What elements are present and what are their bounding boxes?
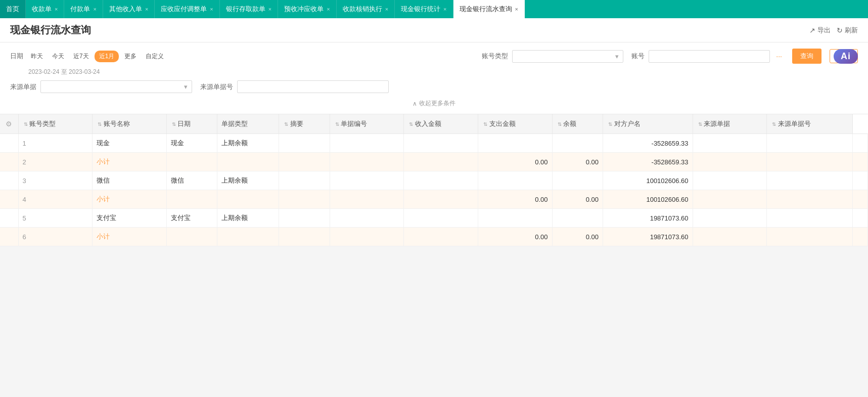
table-header-row: ⚙ ⇅ 账号类型 ⇅ 账号名称 ⇅ 日期 单据类型 ⇅ 摘要 [0, 114, 868, 134]
nav-tab-receipt-label: 收款单 [32, 5, 52, 14]
sort-icon: ⇅ [24, 121, 28, 127]
nav-tab-payment[interactable]: 付款单 × [64, 0, 103, 18]
table-header-account-type[interactable]: ⇅ 账号类型 [18, 114, 93, 134]
table-row[interactable]: 6小计0.000.0019871073.60 [0, 228, 868, 246]
date-btn-yesterday[interactable]: 昨天 [27, 51, 47, 62]
date-btn-7days[interactable]: 近7天 [70, 51, 93, 62]
nav-tab-receipt[interactable]: 收款单 × [26, 0, 64, 18]
table-header-balance[interactable]: ⇅ 余额 [552, 114, 603, 134]
account-filter: 账号 ··· [631, 50, 784, 63]
source-doc-num-input[interactable] [237, 80, 389, 93]
row-date [217, 228, 279, 246]
sort-icon-docno: ⇅ [335, 121, 339, 127]
table-row[interactable]: 5支付宝支付宝上期余额19871073.60 [0, 209, 868, 228]
sort-icon-summary: ⇅ [284, 121, 288, 127]
date-btn-custom[interactable]: 自定义 [142, 51, 167, 62]
nav-tab-bank-stats-close[interactable]: × [443, 6, 446, 12]
row-counterparty [693, 153, 767, 171]
table-header-counterparty[interactable]: ⇅ 对方户名 [603, 114, 693, 134]
table-header-doc-no[interactable]: ⇅ 单据编号 [330, 114, 404, 134]
account-label: 账号 [631, 52, 645, 61]
nav-tab-bank-flow-close[interactable]: × [515, 6, 518, 12]
table-container: ⚙ ⇅ 账号类型 ⇅ 账号名称 ⇅ 日期 单据类型 ⇅ 摘要 [0, 114, 868, 246]
row-account-type: 支付宝 [93, 209, 167, 228]
account-type-select[interactable]: ▾ [512, 50, 623, 63]
row-source-doc-no [852, 190, 867, 209]
row-account-name [166, 228, 217, 246]
header-actions: ↗ 导出 ↻ 刷新 [809, 26, 858, 35]
row-doc-type [279, 153, 330, 171]
chevron-down-icon: ▾ [615, 53, 619, 60]
nav-tab-verification-close[interactable]: × [385, 6, 388, 12]
row-doc-type [279, 190, 330, 209]
filter-row-2: 来源单据 ▾ 来源单据号 [10, 80, 858, 93]
date-btn-more[interactable]: 更多 [121, 51, 140, 62]
nav-tab-receipt-close[interactable]: × [55, 6, 58, 12]
nav-tab-verification[interactable]: 收款核销执行 × [337, 0, 395, 18]
row-date: 上期余额 [217, 171, 279, 190]
date-btn-1month[interactable]: 近1月 [95, 51, 119, 62]
account-ellipsis-button[interactable]: ··· [774, 51, 784, 61]
table-row[interactable]: 1现金现金上期余额-3528659.33 [0, 134, 868, 153]
nav-tab-adjustment-close[interactable]: × [210, 6, 213, 12]
table-row[interactable]: 4小计0.000.00100102606.60 [0, 190, 868, 209]
account-input[interactable] [649, 50, 770, 63]
nav-tab-bank-deposit[interactable]: 银行存取款单 × [220, 0, 278, 18]
top-navigation: 首页 收款单 × 付款单 × 其他收入单 × 应收应付调整单 × 银行存取款单 … [0, 0, 868, 18]
ai-assistant-button[interactable]: Ai [834, 49, 858, 64]
table-header-source-doc-no[interactable]: ⇅ 来源单据号 [767, 114, 853, 134]
row-date: 上期余额 [217, 209, 279, 228]
row-expense: 0.00 [552, 153, 603, 171]
row-date [217, 153, 279, 171]
table-header-account-name[interactable]: ⇅ 账号名称 [93, 114, 167, 134]
query-button[interactable]: 查询 [792, 49, 821, 64]
nav-tab-other-income-label: 其他收入单 [109, 5, 142, 14]
nav-tab-prepayment-label: 预收冲应收单 [284, 5, 324, 14]
table-row[interactable]: 2小计0.000.00-3528659.33 [0, 153, 868, 171]
table-header-income[interactable]: ⇅ 收入金额 [404, 114, 478, 134]
collapse-filter-bar[interactable]: ∧ 收起更多条件 [10, 97, 858, 108]
table-gear-icon[interactable]: ⚙ [6, 120, 12, 128]
nav-tab-bank-flow[interactable]: 现金银行流水查询 × [453, 0, 525, 18]
nav-tab-bank-deposit-close[interactable]: × [268, 6, 271, 12]
table-header-summary[interactable]: ⇅ 摘要 [279, 114, 330, 134]
export-icon: ↗ [809, 26, 815, 34]
row-doc-type [279, 228, 330, 246]
table-header-date[interactable]: ⇅ 日期 [166, 114, 217, 134]
nav-tab-other-income[interactable]: 其他收入单 × [103, 0, 155, 18]
table-header-source-doc[interactable]: ⇅ 来源单据 [693, 114, 767, 134]
row-account-name: 微信 [166, 171, 217, 190]
nav-tab-payment-close[interactable]: × [93, 6, 96, 12]
nav-tab-bank-stats[interactable]: 现金银行统计 × [395, 0, 453, 18]
row-doc-no [404, 190, 478, 209]
table-header-expense[interactable]: ⇅ 支出金额 [478, 114, 552, 134]
nav-tab-prepayment[interactable]: 预收冲应收单 × [278, 0, 336, 18]
refresh-icon: ↻ [837, 26, 843, 34]
row-source-doc [767, 228, 853, 246]
row-summary [330, 171, 404, 190]
export-button[interactable]: ↗ 导出 [809, 26, 831, 35]
row-expense [552, 209, 603, 228]
date-range-display: 2023-02-24 至 2023-03-24 [28, 68, 100, 75]
nav-tab-home[interactable]: 首页 [0, 0, 26, 18]
row-expense [552, 171, 603, 190]
source-doc-num-label: 来源单据号 [200, 82, 233, 92]
row-account-type: 小计 [93, 228, 167, 246]
source-doc-select[interactable]: ▾ [40, 80, 192, 93]
nav-tab-adjustment-label: 应收应付调整单 [161, 5, 207, 14]
date-label: 日期 [10, 52, 23, 61]
nav-tab-prepayment-close[interactable]: × [327, 6, 330, 12]
table-row[interactable]: 3微信微信上期余额100102606.60 [0, 171, 868, 190]
nav-tab-other-income-close[interactable]: × [145, 6, 148, 12]
row-counterparty [693, 171, 767, 190]
nav-tab-adjustment[interactable]: 应收应付调整单 × [155, 0, 219, 18]
refresh-button[interactable]: ↻ 刷新 [837, 26, 858, 35]
date-btn-today[interactable]: 今天 [49, 51, 68, 62]
row-summary [330, 190, 404, 209]
row-balance: -3528659.33 [603, 153, 693, 171]
table-header-doc-type[interactable]: 单据类型 [217, 114, 279, 134]
table-header-settings[interactable]: ⚙ [0, 114, 18, 134]
account-type-filter: 账号类型 ▾ [482, 50, 623, 63]
row-number: 6 [18, 228, 93, 246]
sort-icon-sourcedoc: ⇅ [698, 121, 702, 127]
